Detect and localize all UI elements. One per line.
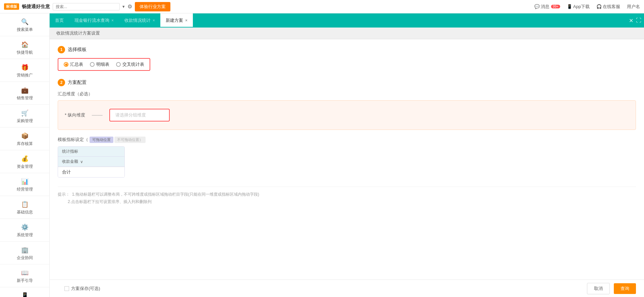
- hint-prefix1: 提示：: [58, 192, 71, 197]
- download-item[interactable]: 📱 App下载: [567, 4, 590, 10]
- tab-newplan-close[interactable]: ×: [185, 18, 187, 23]
- config-section: 汇总维度（必选） * 纵向维度 —— 请选择分组维度 模板指标设定（ 可拖动位置…: [58, 91, 636, 209]
- radio-detail[interactable]: 明细表: [90, 61, 109, 67]
- tab-receipt-close[interactable]: ×: [153, 18, 155, 23]
- gear-icon[interactable]: ⚙: [127, 3, 132, 10]
- dim-arrow: ——: [92, 112, 103, 118]
- sidebar-label-sales: 销售管理: [17, 95, 33, 101]
- tab-cashflow[interactable]: 现金银行流水查询 ×: [69, 13, 119, 28]
- form-container: 1 选择模板 汇总表 明细表: [50, 39, 644, 280]
- sidebar-item-search[interactable]: 🔍 搜索菜单: [0, 13, 49, 36]
- sidebar-label-guide: 新手引导: [17, 278, 33, 284]
- page-header: 收款情况统计方案设置: [50, 28, 644, 39]
- tab-home-label: 首页: [55, 17, 64, 23]
- service-label: 在线客服: [603, 4, 620, 10]
- sidebar-label-collab: 企业协同: [17, 255, 33, 261]
- tab-bar-actions: ✕ ⛶: [629, 13, 644, 28]
- tab-window-close[interactable]: ✕: [629, 17, 633, 24]
- sidebar-item-guide[interactable]: 📖 新手引导: [0, 264, 49, 287]
- sidebar-item-basics[interactable]: 📋 基础信息: [0, 196, 49, 219]
- hint-prefix2: [58, 199, 67, 204]
- top-bar: 标准版 畅捷通好生意 ▾ ⚙ 体验行业方案 💬 消息 99+ 📱 App下载 🎧…: [0, 0, 644, 13]
- cancel-button[interactable]: 取消: [587, 283, 610, 294]
- search-icon: 🔍: [21, 18, 29, 26]
- radio-cross-label: 交叉统计表: [122, 61, 144, 67]
- step2-label: 2 方案配置: [58, 79, 636, 86]
- tab-window-maximize[interactable]: ⛶: [636, 17, 641, 23]
- sidebar-item-sales[interactable]: 💼 销售管理: [0, 82, 49, 105]
- service-icon: 🎧: [596, 4, 602, 9]
- sidebar-item-system[interactable]: ⚙️ 系统管理: [0, 219, 49, 242]
- sidebar-item-collab[interactable]: 🏢 企业协同: [0, 242, 49, 264]
- sidebar-item-hardware[interactable]: 📱 智能硬件: [0, 287, 49, 297]
- main-layout: 🔍 搜索菜单 🏠 快捷导航 🎁 营销推广 💼 销售管理 🛒 采购管理 📦 库存核…: [0, 13, 644, 297]
- non-draggable-tag: 不可拖动位置）: [114, 137, 146, 143]
- step1-label: 1 选择模板: [58, 46, 636, 53]
- radio-summary[interactable]: 汇总表: [64, 61, 83, 67]
- template-radio-group: 汇总表 明细表 交叉统计表: [58, 58, 150, 71]
- tab-cashflow-label: 现金银行流水查询: [74, 17, 109, 23]
- metrics-section-label: 统计指标: [62, 149, 78, 154]
- radio-detail-label: 明细表: [96, 61, 109, 67]
- finance-icon: 💰: [21, 155, 29, 162]
- dimension-area: * 纵向维度 —— 请选择分组维度: [58, 100, 636, 130]
- hint-area: 提示： 1.拖动标题栏可以调整布局，不可跨维度或指标区域拖动栏目字段(只能在同一…: [58, 187, 636, 209]
- radio-summary-circle: [64, 62, 68, 67]
- sidebar-item-finance[interactable]: 💰 资金管理: [0, 150, 49, 173]
- step2-title: 方案配置: [68, 80, 87, 86]
- sidebar-item-marketing[interactable]: 🎁 营销推广: [0, 59, 49, 82]
- sidebar-item-inventory[interactable]: 📦 库存核算: [0, 128, 49, 150]
- sidebar-label-basics: 基础信息: [17, 209, 33, 215]
- trial-button[interactable]: 体验行业方案: [135, 2, 170, 11]
- download-icon: 📱: [567, 4, 572, 9]
- sidebar-label-purchase: 采购管理: [17, 118, 33, 124]
- metrics-header-text: 收款金额: [62, 159, 78, 164]
- metrics-chevron-icon[interactable]: ∨: [80, 159, 83, 164]
- sidebar: 🔍 搜索菜单 🏠 快捷导航 🎁 营销推广 💼 销售管理 🛒 采购管理 📦 库存核…: [0, 13, 50, 297]
- bottom-bar: 方案保存(可选) 取消 查询: [50, 280, 644, 297]
- step1-title: 选择模板: [68, 47, 87, 53]
- tab-cashflow-close[interactable]: ×: [111, 18, 114, 23]
- save-checkbox[interactable]: [64, 286, 69, 291]
- hint-line1: 提示： 1.拖动标题栏可以调整布局，不可跨维度或指标区域拖动栏目字段(只能在同一…: [58, 191, 636, 198]
- search-input[interactable]: [53, 3, 120, 10]
- vertical-dim-label: * 纵向维度: [65, 112, 85, 118]
- metrics-table: 统计指标 收款金额 ∨ 合计: [58, 146, 125, 178]
- summary-dimension-title: 汇总维度（必选）: [58, 91, 636, 97]
- tab-receipt[interactable]: 收款情况统计 ×: [119, 13, 160, 28]
- sidebar-item-ops[interactable]: 📊 经营管理: [0, 173, 49, 196]
- sidebar-label-ops: 经营管理: [17, 187, 33, 192]
- tab-bar: 首页 现金银行流水查询 × 收款情况统计 × 新建方案 × ✕ ⛶: [50, 13, 644, 28]
- sidebar-item-purchase[interactable]: 🛒 采购管理: [0, 105, 49, 128]
- tab-home[interactable]: 首页: [50, 13, 69, 28]
- brand-name: 畅捷通好生意: [22, 4, 50, 10]
- message-item[interactable]: 💬 消息 99+: [534, 4, 560, 10]
- save-label: 方案保存(可选): [71, 286, 100, 292]
- user-name[interactable]: 用户名: [627, 4, 640, 10]
- collab-icon: 🏢: [21, 246, 29, 254]
- sidebar-label-system: 系统管理: [17, 232, 33, 238]
- query-button[interactable]: 查询: [614, 283, 636, 294]
- save-option: 方案保存(可选): [64, 286, 100, 292]
- hardware-icon: 📱: [21, 292, 29, 297]
- dropdown-icon[interactable]: ▾: [122, 4, 125, 9]
- hint-text2: 2.点击标题栏下拉可设置排序、插入列和删除列: [68, 199, 152, 204]
- tab-newplan[interactable]: 新建方案 ×: [160, 13, 193, 28]
- purchase-icon: 🛒: [21, 109, 29, 117]
- dimension-select[interactable]: 请选择分组维度: [109, 109, 170, 121]
- step1-section: 1 选择模板 汇总表 明细表: [58, 46, 636, 71]
- sidebar-item-nav[interactable]: 🏠 快捷导航: [0, 36, 49, 59]
- page-title: 收款情况统计方案设置: [56, 31, 100, 36]
- logo: 标准版: [4, 3, 19, 10]
- metrics-table-header-row: 统计指标: [58, 147, 124, 157]
- radio-cross[interactable]: 交叉统计表: [116, 61, 144, 67]
- step2-number: 2: [58, 79, 65, 86]
- metrics-header-cell[interactable]: 收款金额 ∨: [58, 157, 124, 167]
- service-item[interactable]: 🎧 在线客服: [596, 4, 620, 10]
- ops-icon: 📊: [21, 178, 29, 185]
- metrics-label-text: 模板指标设定（: [58, 137, 88, 142]
- home-icon: 🏠: [21, 41, 29, 48]
- sidebar-label-nav: 快捷导航: [17, 50, 33, 55]
- hint-text1: 1.拖动标题栏可以调整布局，不可跨维度或指标区域拖动栏目字段(只能在同一维度或指…: [72, 192, 259, 197]
- draggable-tag: 可拖动位置: [90, 137, 113, 143]
